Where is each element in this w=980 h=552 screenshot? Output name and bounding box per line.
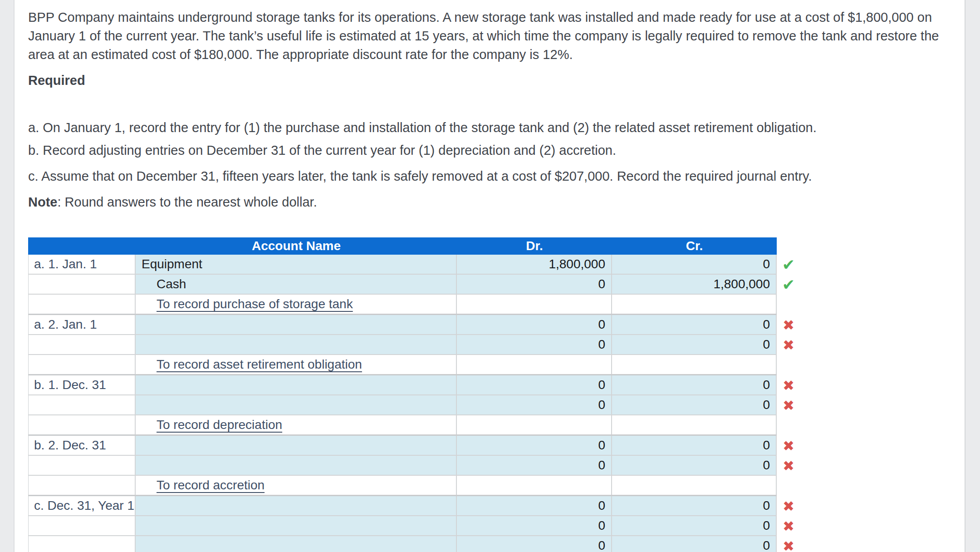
x-icon: ✖ xyxy=(783,318,794,332)
header-account-name: Account Name xyxy=(136,237,457,255)
account-input-cell[interactable] xyxy=(136,456,457,475)
date-cell xyxy=(29,536,136,552)
row-cells: b. 1. Dec. 3100 xyxy=(28,375,777,395)
account-input-cell[interactable] xyxy=(136,496,457,515)
memo-link[interactable]: To record purchase of storage tank xyxy=(157,297,353,311)
cr-input-cell[interactable]: 1,800,000 xyxy=(612,275,777,294)
table-row: To record asset retirement obligation xyxy=(28,355,951,375)
row-cells: To record asset retirement obligation xyxy=(28,355,777,375)
date-cell xyxy=(29,355,136,374)
note-text: : Round answers to the nearest whole dol… xyxy=(57,195,317,209)
table-body: a. 1. Jan. 1Equipment1,800,0000✔Cash01,8… xyxy=(28,255,951,552)
date-cell xyxy=(29,295,136,314)
account-input-cell[interactable] xyxy=(136,375,457,394)
row-cells: c. Dec. 31, Year 1500 xyxy=(28,496,777,516)
header-mark-spacer xyxy=(777,237,800,255)
cr-cell-empty xyxy=(612,476,777,495)
memo-link[interactable]: To record depreciation xyxy=(157,418,282,432)
memo-cell: To record depreciation xyxy=(136,415,457,434)
table-row: c. Dec. 31, Year 1500✖ xyxy=(28,496,951,516)
memo-link[interactable]: To record asset retirement obligation xyxy=(157,357,362,372)
dr-input-cell[interactable]: 0 xyxy=(457,335,612,354)
check-icon: ✔ xyxy=(782,277,795,292)
memo-cell: To record accretion xyxy=(136,476,457,495)
dr-input-cell[interactable]: 0 xyxy=(457,436,612,455)
table-row: a. 1. Jan. 1Equipment1,800,0000✔ xyxy=(28,255,951,275)
cr-input-cell[interactable]: 0 xyxy=(612,436,777,455)
x-icon: ✖ xyxy=(783,399,794,413)
dr-cell-empty xyxy=(457,476,612,495)
cr-input-cell[interactable]: 0 xyxy=(612,456,777,475)
header-cells: Account Name Dr. Cr. xyxy=(28,237,777,255)
dr-input-cell[interactable]: 0 xyxy=(457,395,612,414)
dr-cell-empty xyxy=(457,295,612,314)
account-input-cell[interactable]: Cash xyxy=(136,275,457,294)
x-icon: ✖ xyxy=(783,338,794,352)
dr-input-cell[interactable]: 1,800,000 xyxy=(457,255,612,274)
cr-input-cell[interactable]: 0 xyxy=(612,536,777,552)
date-cell xyxy=(29,415,136,434)
requirement-c: c. Assume that on December 31, fifteen y… xyxy=(28,167,940,186)
row-cells: 00 xyxy=(28,456,777,476)
cr-input-cell[interactable]: 0 xyxy=(612,255,777,274)
cr-input-cell[interactable]: 0 xyxy=(612,395,777,414)
table-row: 00✖ xyxy=(28,395,951,415)
account-input-cell[interactable] xyxy=(136,516,457,535)
cr-input-cell[interactable]: 0 xyxy=(612,335,777,354)
date-cell: b. 1. Dec. 31 xyxy=(29,375,136,394)
required-heading: Required xyxy=(28,71,951,90)
result-mark xyxy=(777,355,800,375)
cr-input-cell[interactable]: 0 xyxy=(612,315,777,334)
result-mark: ✖ xyxy=(777,395,800,415)
table-row: To record depreciation xyxy=(28,415,951,436)
table-row: To record purchase of storage tank xyxy=(28,295,951,315)
row-cells: a. 2. Jan. 100 xyxy=(28,315,777,335)
dr-input-cell[interactable]: 0 xyxy=(457,275,612,294)
date-cell: a. 2. Jan. 1 xyxy=(29,315,136,334)
dr-input-cell[interactable]: 0 xyxy=(457,375,612,394)
result-mark xyxy=(777,295,800,315)
result-mark: ✖ xyxy=(777,456,800,476)
date-cell: c. Dec. 31, Year 15 xyxy=(29,496,136,515)
account-input-cell[interactable] xyxy=(136,536,457,552)
table-row: 00✖ xyxy=(28,335,951,355)
dr-input-cell[interactable]: 0 xyxy=(457,315,612,334)
memo-cell: To record purchase of storage tank xyxy=(136,295,457,314)
row-cells: 00 xyxy=(28,516,777,536)
date-cell xyxy=(29,395,136,414)
x-icon: ✖ xyxy=(783,439,794,453)
dr-input-cell[interactable]: 0 xyxy=(457,536,612,552)
result-mark: ✔ xyxy=(777,275,800,295)
result-mark: ✖ xyxy=(777,375,800,395)
dr-cell-empty xyxy=(457,415,612,434)
dr-input-cell[interactable]: 0 xyxy=(457,456,612,475)
account-input-cell[interactable] xyxy=(136,335,457,354)
requirement-a: a. On January 1, record the entry for (1… xyxy=(28,118,940,137)
date-cell xyxy=(29,335,136,354)
cr-input-cell[interactable]: 0 xyxy=(612,375,777,394)
date-cell: b. 2. Dec. 31 xyxy=(29,436,136,455)
header-dr: Dr. xyxy=(457,237,612,255)
result-mark: ✖ xyxy=(777,335,800,355)
account-input-cell[interactable]: Equipment xyxy=(136,255,457,274)
content-area: BPP Company maintains underground storag… xyxy=(14,0,965,552)
problem-paragraph: BPP Company maintains underground storag… xyxy=(28,8,940,64)
cr-input-cell[interactable]: 0 xyxy=(612,516,777,535)
cr-cell-empty xyxy=(612,295,777,314)
date-cell xyxy=(29,516,136,535)
x-icon: ✖ xyxy=(783,459,794,473)
page-background: BPP Company maintains underground storag… xyxy=(0,0,980,552)
dr-input-cell[interactable]: 0 xyxy=(457,516,612,535)
table-row: 00✖ xyxy=(28,536,951,552)
dr-input-cell[interactable]: 0 xyxy=(457,496,612,515)
row-cells: 00 xyxy=(28,536,777,552)
row-cells: b. 2. Dec. 3100 xyxy=(28,436,777,456)
cr-input-cell[interactable]: 0 xyxy=(612,496,777,515)
memo-link[interactable]: To record accretion xyxy=(157,478,265,493)
memo-cell: To record asset retirement obligation xyxy=(136,355,457,374)
account-input-cell[interactable] xyxy=(136,395,457,414)
result-mark xyxy=(777,476,800,496)
account-input-cell[interactable] xyxy=(136,436,457,455)
account-input-cell[interactable] xyxy=(136,315,457,334)
table-row: 00✖ xyxy=(28,456,951,476)
